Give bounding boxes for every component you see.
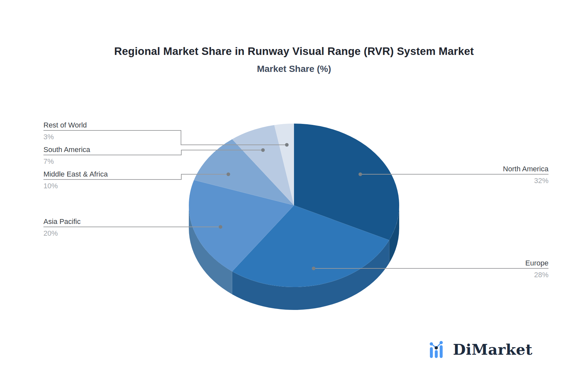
bar-line-chart-icon (429, 340, 449, 359)
brand-logo-text: DiMarket (453, 341, 532, 358)
pie-chart (0, 0, 588, 391)
callout-value-middle-east-africa: 10% (43, 182, 58, 190)
chart-canvas: Regional Market Share in Runway Visual R… (0, 0, 588, 391)
callout-value-europe: 28% (534, 271, 548, 279)
leader-dot-south-america (261, 148, 265, 152)
pie-slices (189, 124, 399, 287)
leader-dot-asia-pacific (219, 225, 222, 229)
callout-label-rest-of-world: Rest of World (43, 121, 87, 129)
callout-value-asia-pacific: 20% (43, 229, 58, 238)
brand-logo: DiMarket (429, 340, 532, 359)
leader-dot-europe (312, 267, 316, 270)
callout-label-asia-pacific: Asia Pacific (43, 217, 81, 226)
leader-dot-rest-of-world (285, 143, 289, 147)
leader-dot-north-america (359, 173, 362, 176)
callout-label-europe: Europe (525, 259, 548, 267)
callout-label-north-america: North America (503, 165, 548, 173)
callout-value-rest-of-world: 3% (43, 133, 54, 141)
callout-label-middle-east-africa: Middle East & Africa (43, 170, 108, 178)
callout-value-south-america: 7% (43, 157, 54, 166)
leader-dot-middle-east-africa (227, 173, 230, 176)
callout-value-north-america: 32% (534, 177, 548, 185)
callout-label-south-america: South America (43, 145, 90, 154)
